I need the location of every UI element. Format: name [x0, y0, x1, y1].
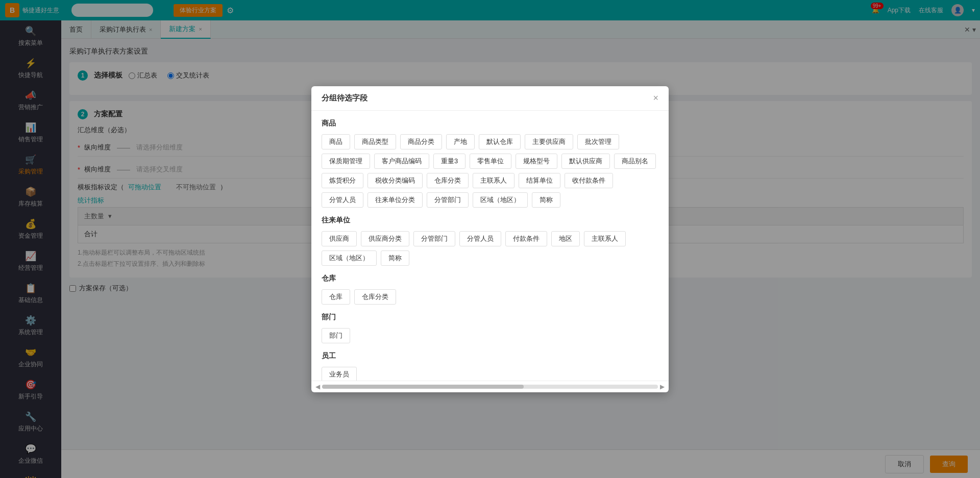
field-tag-spec-model[interactable]: 规格型号	[516, 154, 557, 169]
field-tag-department[interactable]: 部门	[322, 328, 350, 343]
section-title-goods: 商品	[322, 119, 658, 128]
goods-field-tags: 商品 商品类型 商品分类 产地 默认仓库 主要供应商 批次管理 保质期管理 客户…	[322, 134, 658, 208]
field-tag-settlement-unit[interactable]: 结算单位	[519, 173, 560, 188]
field-tag-partner-category[interactable]: 往来单位分类	[368, 192, 423, 208]
partner-field-tags: 供应商 供应商分类 分管部门 分管人员 付款条件 地区 主联系人 区域（地区） …	[322, 231, 658, 266]
field-tag-refine-points[interactable]: 炼货积分	[322, 173, 363, 188]
field-tag-goods-category[interactable]: 商品分类	[400, 134, 442, 149]
field-tag-origin[interactable]: 产地	[446, 134, 475, 149]
field-tag-warehouse[interactable]: 仓库	[322, 289, 350, 305]
section-title-dept: 部门	[322, 313, 658, 322]
field-tag-main-supplier[interactable]: 主要供应商	[525, 134, 573, 149]
field-tag-payment-cond[interactable]: 付款条件	[505, 231, 547, 246]
modal-close-button[interactable]: ×	[653, 93, 658, 103]
field-tag-person[interactable]: 分管人员	[459, 231, 501, 246]
field-tag-default-supplier[interactable]: 默认供应商	[561, 154, 610, 169]
field-tag-area[interactable]: 地区	[551, 231, 580, 246]
field-tag-abbr2[interactable]: 简称	[381, 250, 409, 266]
field-tag-default-warehouse[interactable]: 默认仓库	[479, 134, 521, 149]
staff-field-tags: 业务员	[322, 367, 658, 381]
field-tag-customer-code[interactable]: 客户商品编码	[374, 154, 429, 169]
modal-title: 分组待选字段	[322, 93, 368, 103]
field-tag-main-contact[interactable]: 主联系人	[473, 173, 514, 188]
hscroll-right-arrow[interactable]: ▶	[660, 383, 665, 390]
modal-hscroll: ◀ ▶	[311, 381, 669, 392]
field-tag-tax-code[interactable]: 税收分类编码	[368, 173, 423, 188]
modal-header: 分组待选字段 ×	[311, 86, 669, 111]
field-tag-batch-mgmt[interactable]: 批次管理	[577, 134, 619, 149]
field-tag-warehouse-category[interactable]: 仓库分类	[427, 173, 469, 188]
field-tag-weight3[interactable]: 重量3	[433, 154, 465, 169]
field-tag-region[interactable]: 区域（地区）	[473, 192, 528, 208]
field-tag-abbr[interactable]: 简称	[532, 192, 560, 208]
warehouse-field-tags: 仓库 仓库分类	[322, 289, 658, 305]
section-title-staff: 员工	[322, 351, 658, 361]
section-title-warehouse: 仓库	[322, 274, 658, 283]
modal-overlay: 分组待选字段 × 商品 商品 商品类型 商品分类 产地 默认仓库 主要供应商 批…	[0, 0, 980, 478]
hscroll-track[interactable]	[322, 385, 658, 389]
field-tag-goods-alias[interactable]: 商品别名	[614, 154, 656, 169]
field-tag-region2[interactable]: 区域（地区）	[322, 250, 377, 266]
field-select-modal: 分组待选字段 × 商品 商品 商品类型 商品分类 产地 默认仓库 主要供应商 批…	[311, 86, 669, 392]
field-tag-supervise-person[interactable]: 分管人员	[322, 192, 363, 208]
hscroll-thumb	[322, 385, 524, 389]
field-tag-warehouse-cat[interactable]: 仓库分类	[354, 289, 396, 305]
dept-field-tags: 部门	[322, 328, 658, 343]
field-tag-payment-terms[interactable]: 收付款条件	[565, 173, 613, 188]
field-tag-expire-mgmt[interactable]: 保质期管理	[322, 154, 370, 169]
modal-body: 商品 商品 商品类型 商品分类 产地 默认仓库 主要供应商 批次管理 保质期管理…	[311, 111, 669, 381]
field-tag-supplier-category[interactable]: 供应商分类	[361, 231, 409, 246]
field-tag-salesperson[interactable]: 业务员	[322, 367, 357, 381]
hscroll-left-arrow[interactable]: ◀	[315, 383, 320, 390]
field-tag-supervise-dept[interactable]: 分管部门	[427, 192, 469, 208]
field-tag-supplier[interactable]: 供应商	[322, 231, 357, 246]
section-title-partner: 往来单位	[322, 216, 658, 225]
field-tag-dept[interactable]: 分管部门	[413, 231, 455, 246]
field-tag-main-contact2[interactable]: 主联系人	[584, 231, 626, 246]
field-tag-goods-type[interactable]: 商品类型	[354, 134, 396, 149]
field-tag-retail-unit[interactable]: 零售单位	[470, 154, 511, 169]
field-tag-goods[interactable]: 商品	[322, 134, 350, 149]
